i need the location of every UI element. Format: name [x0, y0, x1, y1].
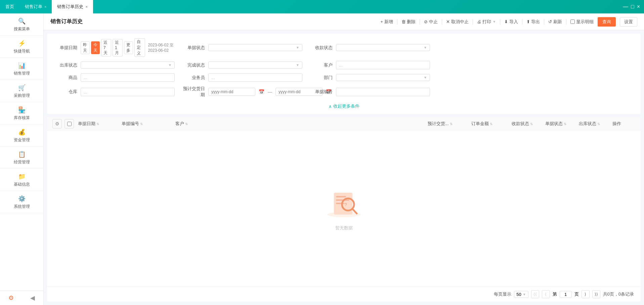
th-receipt-status: 收款状态 ⇅	[509, 117, 543, 130]
first-page-button[interactable]: ⟨⟨	[531, 290, 539, 298]
print-button[interactable]: 🖨 打印 ▼	[477, 19, 496, 25]
delivery-date-start[interactable]	[208, 88, 255, 96]
last-page-button[interactable]: ⟩⟩	[592, 290, 600, 298]
table-gear-button[interactable]: ⚙	[52, 119, 62, 128]
delivery-date-section: 预计交货日期 📅 — 📅	[181, 86, 309, 98]
sidebar-item-quick-nav[interactable]: ⚡ 快捷导航	[0, 36, 43, 58]
page-size-select[interactable]: 50 ▼	[514, 291, 528, 298]
page-number-input[interactable]	[560, 291, 572, 298]
th-customer-sort-icon[interactable]: ⇅	[185, 122, 188, 126]
product-input[interactable]: ...	[81, 73, 175, 82]
order-number-label: 单据编号	[309, 89, 336, 95]
refresh-button[interactable]: ↺ 刷新	[548, 19, 562, 25]
sidebar-item-search-menu[interactable]: 🔍 搜索菜单	[0, 13, 43, 36]
toolbar-divider-8	[566, 19, 566, 25]
tab-sales-order-history[interactable]: 销售订单历史 ×	[52, 0, 93, 13]
completion-status-select[interactable]: ▼	[208, 62, 302, 69]
pagination: 每页显示 50 ▼ ⟨⟨ ⟨ 第 页 ⟩ ⟩⟩ 共0页，0条记录	[47, 287, 641, 302]
maximize-icon[interactable]: □	[631, 4, 634, 10]
export-button[interactable]: ⬆ 导出	[526, 19, 540, 25]
main-layout: 🔍 搜索菜单 ⚡ 快捷导航 📊 销售管理 🛒 采购管理 🏪 库存核算 💰 资金管…	[0, 13, 644, 305]
delete-button[interactable]: 🗑 删除	[401, 19, 416, 25]
operations-icon: 📋	[18, 151, 26, 158]
customer-input[interactable]: ...	[336, 61, 430, 69]
outbound-status-select[interactable]: ▼	[81, 62, 175, 69]
sidebar-label-search-menu: 搜索菜单	[14, 26, 30, 32]
cancel-stop-button[interactable]: ✕ 取消中止	[446, 19, 469, 25]
close-window-icon[interactable]: ×	[637, 4, 640, 10]
th-date-sort-icon[interactable]: ⇅	[96, 122, 99, 126]
empty-state-illustration: ?	[324, 186, 364, 220]
th-order-status-label: 单据状态	[545, 121, 563, 127]
sidebar-item-inventory[interactable]: 🏪 库存核算	[0, 102, 43, 124]
order-status-select[interactable]: ▼	[208, 44, 302, 51]
minimize-icon[interactable]: —	[623, 4, 628, 10]
salesperson-section: 业务员 ...	[181, 73, 309, 82]
settings-button[interactable]: 设置	[620, 17, 637, 27]
sidebar-label-sys-mgmt: 系统管理	[14, 204, 30, 209]
sidebar-item-finance[interactable]: 💰 资金管理	[0, 124, 43, 147]
th-amount-sort-icon[interactable]: ⇅	[490, 122, 492, 126]
calendar-start-icon[interactable]: 📅	[259, 89, 264, 94]
th-delivery-sort-icon[interactable]: ⇅	[450, 122, 453, 126]
sidebar-item-sys-mgmt[interactable]: ⚙️ 系统管理	[0, 191, 43, 213]
salesperson-input[interactable]: ...	[208, 73, 302, 82]
th-order-status: 单据状态 ⇅	[543, 117, 576, 130]
sidebar-item-operations[interactable]: 📋 经营管理	[0, 147, 43, 169]
page-size-value: 50	[516, 292, 521, 297]
date-btn-1month[interactable]: 近1月	[113, 39, 123, 56]
date-range-text: 2023-06-02 至 2023-06-02	[148, 42, 181, 53]
th-operation: 操作	[610, 117, 637, 130]
select-all-input[interactable]	[67, 122, 72, 126]
close-history-tab-icon[interactable]: ×	[85, 5, 87, 9]
new-button[interactable]: + 新增	[381, 19, 393, 25]
th-date: 单据日期 ⇅	[75, 117, 119, 130]
date-btn-today[interactable]: 今天	[91, 41, 100, 54]
date-dash: —	[266, 89, 273, 94]
th-customer-label: 客户	[175, 121, 184, 127]
select-all-checkbox[interactable]	[65, 119, 74, 128]
tab-home[interactable]: 首页	[0, 0, 19, 13]
th-amount: 订单金额 ⇅	[469, 117, 509, 130]
receipt-status-arrow-icon: ▼	[424, 46, 427, 49]
department-select[interactable]: ▼	[336, 74, 430, 81]
date-btn-more[interactable]: 更多	[124, 41, 133, 54]
table-header: ⚙ 单据日期 ⇅ 单据编号 ⇅ 客户 ⇅	[47, 117, 641, 130]
th-date-label: 单据日期	[78, 121, 95, 127]
prev-page-button[interactable]: ⟨	[542, 290, 550, 298]
date-btn-custom[interactable]: 自定义	[134, 38, 145, 57]
quick-nav-icon: ⚡	[18, 40, 26, 47]
th-order-sort-icon[interactable]: ⇅	[564, 122, 566, 126]
order-number-input[interactable]	[336, 88, 430, 96]
warehouse-input[interactable]: ...	[81, 88, 175, 96]
th-number-sort-icon[interactable]: ⇅	[140, 122, 143, 126]
sidebar-item-purchase-mgmt[interactable]: 🛒 采购管理	[0, 80, 43, 102]
close-sales-order-tab-icon[interactable]: ×	[44, 5, 46, 9]
sidebar-bottom: ⚙ ◀	[0, 291, 43, 305]
th-receipt-sort-icon[interactable]: ⇅	[530, 122, 533, 126]
sidebar-item-base-info[interactable]: 📁 基础信息	[0, 169, 43, 191]
query-button[interactable]: 查询	[598, 17, 616, 27]
date-btn-yesterday[interactable]: 昨天	[81, 41, 90, 54]
stop-button[interactable]: ⊘ 中止	[424, 19, 438, 25]
th-outbound-sort-icon[interactable]: ⇅	[597, 122, 600, 126]
settings-bottom-icon[interactable]: ⚙	[8, 294, 14, 302]
collapse-sidebar-icon[interactable]: ◀	[30, 294, 35, 302]
show-detail-checkbox[interactable]	[570, 20, 575, 24]
tab-sales-order[interactable]: 销售订单 ×	[19, 0, 52, 13]
svg-rect-2	[336, 196, 346, 197]
salesperson-ellipsis: ...	[211, 75, 215, 80]
filter-row-4: 仓库 ... 预计交货日期 📅 — 📅 单据编号	[54, 86, 634, 98]
svg-rect-4	[336, 203, 344, 204]
date-btn-7days[interactable]: 近7天	[101, 39, 111, 56]
receipt-status-select[interactable]: ▼	[336, 44, 430, 51]
customer-label: 客户	[309, 62, 336, 68]
toolbar-divider-4	[473, 19, 473, 25]
order-status-arrow-icon: ▼	[296, 46, 299, 49]
next-page-button[interactable]: ⟩	[582, 290, 590, 298]
sidebar-item-sales-mgmt[interactable]: 📊 销售管理	[0, 58, 43, 80]
collapse-button[interactable]: ∧ 收起更多条件	[54, 102, 634, 109]
toolbar: + 新增 🗑 删除 ⊘ 中止 ✕ 取消中止 🖨 打印 ▼	[381, 17, 638, 27]
import-button[interactable]: ⬇ 导入	[504, 19, 518, 25]
th-receipt-status-label: 收款状态	[512, 121, 529, 127]
